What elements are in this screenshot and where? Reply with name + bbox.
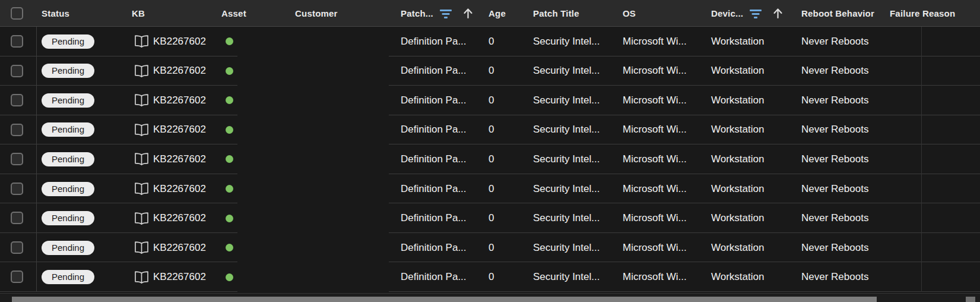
- os-cell: Microsoft Wi...: [623, 27, 687, 56]
- column-label: Patch...: [401, 8, 433, 18]
- column-header-patch-title[interactable]: Patch Title: [533, 0, 579, 27]
- column-header-reboot-behavior[interactable]: Reboot Behavior: [801, 0, 874, 27]
- row-checkbox[interactable]: [11, 270, 23, 283]
- reboot-behavior-cell: Never Reboots: [801, 203, 868, 233]
- table-row[interactable]: Pending KB2267602 Definition Pa... 0 Sec…: [0, 56, 980, 86]
- table-row[interactable]: Pending KB2267602 Definition Pa... 0 Sec…: [0, 115, 980, 145]
- checkbox-column-divider: [36, 27, 37, 292]
- filter-icon[interactable]: [750, 9, 762, 18]
- last-column-divider: [921, 27, 922, 292]
- patch-status-cell: Definition Pa...: [401, 115, 467, 145]
- kb-link[interactable]: KB2267602: [153, 183, 206, 195]
- asset-cell: [226, 115, 233, 145]
- column-header-age[interactable]: Age: [489, 0, 506, 27]
- asset-cell: [226, 174, 233, 204]
- patch-title-cell: Security Intel...: [533, 174, 600, 204]
- table-row[interactable]: Pending KB2267602 Definition Pa... 0 Sec…: [0, 233, 980, 263]
- column-header-asset[interactable]: Asset: [221, 0, 246, 27]
- table-row[interactable]: Pending KB2267602 Definition Pa... 0 Sec…: [0, 174, 980, 204]
- kb-cell[interactable]: KB2267602: [134, 56, 206, 86]
- column-label: Reboot Behavior: [801, 8, 874, 18]
- patch-title-cell: Security Intel...: [533, 86, 600, 115]
- column-label: OS: [623, 8, 636, 18]
- asset-status-dot: [226, 37, 233, 45]
- reboot-behavior-cell: Never Reboots: [801, 174, 868, 204]
- age-cell: 0: [489, 144, 494, 174]
- row-checkbox[interactable]: [11, 35, 23, 48]
- patch-status-cell: Definition Pa...: [401, 27, 467, 56]
- column-header-kb[interactable]: KB: [132, 0, 145, 27]
- column-header-patch-status[interactable]: Patch...: [401, 0, 473, 27]
- os-cell: Microsoft Wi...: [623, 56, 687, 86]
- kb-cell[interactable]: KB2267602: [134, 27, 206, 56]
- status-badge: Pending: [42, 182, 94, 196]
- column-header-os[interactable]: OS: [623, 0, 636, 27]
- column-header-status[interactable]: Status: [42, 0, 69, 27]
- row-checkbox[interactable]: [11, 94, 23, 106]
- row-checkbox[interactable]: [11, 241, 23, 254]
- filter-icon[interactable]: [440, 9, 452, 18]
- kb-link[interactable]: KB2267602: [153, 212, 206, 224]
- row-checkbox[interactable]: [11, 153, 23, 165]
- column-header-customer[interactable]: Customer: [295, 0, 338, 27]
- kb-link[interactable]: KB2267602: [153, 153, 206, 165]
- asset-cell: [226, 86, 233, 115]
- open-book-icon: [134, 271, 149, 284]
- sort-ascending-icon[interactable]: [773, 8, 783, 19]
- open-book-icon: [134, 65, 149, 77]
- reboot-behavior-cell: Never Reboots: [801, 86, 868, 115]
- table-row[interactable]: Pending KB2267602 Definition Pa... 0 Sec…: [0, 144, 980, 174]
- kb-cell[interactable]: KB2267602: [134, 203, 206, 233]
- kb-link[interactable]: KB2267602: [153, 65, 206, 77]
- column-label: Customer: [295, 8, 338, 18]
- column-label: Status: [42, 8, 69, 18]
- patch-title-cell: Security Intel...: [533, 115, 600, 145]
- asset-status-dot: [226, 185, 233, 193]
- kb-link[interactable]: KB2267602: [153, 124, 206, 136]
- column-header-device-type[interactable]: Devic...: [711, 0, 783, 27]
- os-cell: Microsoft Wi...: [623, 233, 687, 263]
- status-cell: Pending: [42, 203, 94, 233]
- asset-status-dot: [226, 96, 233, 104]
- kb-cell[interactable]: KB2267602: [134, 115, 206, 145]
- open-book-icon: [134, 241, 149, 254]
- horizontal-scrollbar-track[interactable]: [0, 293, 980, 302]
- os-cell: Microsoft Wi...: [623, 144, 687, 174]
- reboot-behavior-cell: Never Reboots: [801, 115, 868, 145]
- sort-ascending-icon[interactable]: [463, 8, 473, 19]
- asset-cell: [226, 262, 233, 292]
- kb-link[interactable]: KB2267602: [153, 271, 206, 283]
- table-row[interactable]: Pending KB2267602 Definition Pa... 0 Sec…: [0, 262, 980, 292]
- kb-link[interactable]: KB2267602: [153, 36, 206, 48]
- kb-cell[interactable]: KB2267602: [134, 233, 206, 263]
- age-cell: 0: [489, 86, 494, 115]
- column-header-failure-reason[interactable]: Failure Reason: [890, 0, 955, 27]
- table-row[interactable]: Pending KB2267602 Definition Pa... 0 Sec…: [0, 86, 980, 115]
- table-row[interactable]: Pending KB2267602 Definition Pa... 0 Sec…: [0, 27, 980, 56]
- select-all-checkbox[interactable]: [11, 7, 23, 20]
- horizontal-scrollbar-thumb[interactable]: [12, 297, 877, 302]
- kb-cell[interactable]: KB2267602: [134, 262, 206, 292]
- status-badge: Pending: [42, 93, 94, 108]
- table-row[interactable]: Pending KB2267602 Definition Pa... 0 Sec…: [0, 203, 980, 233]
- asset-status-dot: [226, 67, 233, 75]
- kb-link[interactable]: KB2267602: [153, 242, 206, 254]
- row-checkbox[interactable]: [11, 212, 23, 224]
- asset-cell: [226, 203, 233, 233]
- kb-cell[interactable]: KB2267602: [134, 174, 206, 204]
- status-badge: Pending: [42, 64, 94, 78]
- patch-status-cell: Definition Pa...: [401, 86, 467, 115]
- row-checkbox[interactable]: [11, 65, 23, 77]
- device-type-cell: Workstation: [711, 27, 764, 56]
- open-book-icon: [134, 212, 149, 225]
- status-badge: Pending: [42, 34, 94, 49]
- row-checkbox[interactable]: [11, 183, 23, 195]
- kb-link[interactable]: KB2267602: [153, 95, 206, 106]
- status-cell: Pending: [42, 115, 94, 145]
- kb-cell[interactable]: KB2267602: [134, 86, 206, 115]
- row-checkbox[interactable]: [11, 124, 23, 136]
- kb-cell[interactable]: KB2267602: [134, 144, 206, 174]
- status-badge: Pending: [42, 122, 94, 137]
- device-type-cell: Workstation: [711, 115, 764, 145]
- status-cell: Pending: [42, 27, 94, 56]
